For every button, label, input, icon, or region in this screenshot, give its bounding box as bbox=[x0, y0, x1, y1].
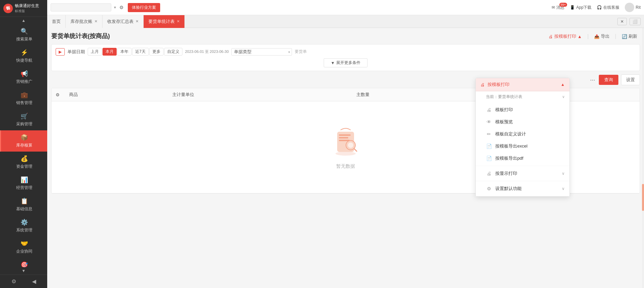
dropdown-item-template-print[interactable]: 🖨 模板打印 bbox=[476, 104, 569, 116]
sidebar-item-purchase[interactable]: 🛒 采购管理 bbox=[0, 109, 47, 130]
dropdown-item-template-design[interactable]: ✏ 模板自定义设计 bbox=[476, 128, 569, 140]
current-label-text: 当前：要货单统计表 bbox=[486, 94, 522, 100]
dropdown-item-export-pdf[interactable]: 📄 按模板导出pdf bbox=[476, 152, 569, 164]
tab-batch-label: 库存批次账 bbox=[70, 19, 92, 25]
operations-icon: 📊 bbox=[21, 176, 28, 184]
print-template-btn[interactable]: 🖨 按模板打印 ▲ bbox=[546, 32, 585, 41]
settings-col-icon[interactable]: ⚙ bbox=[56, 92, 60, 97]
dropdown-close-arrow[interactable]: ▲ bbox=[561, 82, 565, 87]
tab-order-stats[interactable]: 要货单统计表 ✕ bbox=[144, 15, 185, 28]
empty-illustration bbox=[329, 125, 362, 159]
sidebar-item-inventory[interactable]: 📦 库存核算 bbox=[0, 130, 47, 152]
svg-rect-2 bbox=[339, 134, 351, 136]
sidebar-item-label: 资金管理 bbox=[16, 164, 32, 169]
topbar-search-input[interactable] bbox=[51, 3, 111, 11]
date-btn-year[interactable]: 本年 bbox=[117, 48, 131, 56]
expand-more-btn[interactable]: ▼ 展开更多条件 bbox=[324, 58, 368, 67]
sidebar-item-operations[interactable]: 📊 经营管理 bbox=[0, 173, 47, 194]
order-type-select[interactable] bbox=[231, 48, 292, 56]
app-download-label: App下载 bbox=[576, 5, 591, 10]
tab-batch[interactable]: 库存批次账 ✕ bbox=[66, 15, 103, 28]
export-btn[interactable]: 📤 导出 bbox=[591, 32, 612, 41]
current-arrow[interactable]: ∨ bbox=[562, 95, 565, 99]
export-pdf-icon: 📄 bbox=[486, 156, 492, 161]
table-settings-btn[interactable]: 设置 bbox=[621, 74, 640, 85]
date-btn-more[interactable]: 更多 bbox=[149, 48, 164, 56]
date-btn-prev[interactable]: 上月 bbox=[88, 48, 102, 56]
topbar: ▾ ⚙ 体验行业方案 ✉ 消息 99+ 📱 App下载 🎧 在线客服 Rit bbox=[47, 0, 644, 15]
main-content: ▾ ⚙ 体验行业方案 ✉ 消息 99+ 📱 App下载 🎧 在线客服 Rit bbox=[47, 0, 644, 288]
sidebar-item-system[interactable]: ⚙️ 系统管理 bbox=[0, 215, 47, 236]
sound-footer-btn[interactable]: ◀ bbox=[32, 278, 36, 285]
finance-icon: 💰 bbox=[21, 155, 28, 162]
col-quantity: 主数量 bbox=[352, 88, 482, 101]
filter-row: ▶ 单据日期 上月 本月 本年 近7天 更多 自定义 2023-06-01 至 … bbox=[56, 48, 636, 56]
sidebar-nav: 🔍 搜索菜单 ⚡ 快捷导航 📢 营销推广 💼 销售管理 🛒 采购管理 📦 库存核… bbox=[0, 24, 47, 267]
tab-batch-close[interactable]: ✕ bbox=[94, 19, 97, 24]
sidebar-item-label: 营销推广 bbox=[16, 79, 32, 85]
sidebar-scroll-up[interactable]: ▲ bbox=[0, 17, 47, 24]
date-btn-custom[interactable]: 自定义 bbox=[164, 48, 182, 56]
date-btn-7days[interactable]: 近7天 bbox=[132, 48, 149, 56]
expand-tabs-btn[interactable]: ⬜ bbox=[630, 18, 641, 25]
date-btn-curr[interactable]: 本月 bbox=[103, 48, 117, 56]
sidebar-item-newbie[interactable]: 🎯 新手引导 bbox=[0, 258, 47, 267]
page-actions: 🖨 按模板打印 ▲ | 📤 导出 | 🔄 刷新 bbox=[546, 32, 640, 41]
topbar-gear-icon[interactable]: ⚙ bbox=[119, 5, 124, 10]
newbie-icon: 🎯 bbox=[21, 261, 28, 267]
refresh-btn[interactable]: 🔄 刷新 bbox=[619, 32, 640, 41]
print-template-label: 按模板打印 bbox=[554, 33, 576, 39]
sidebar-item-shortcut[interactable]: ⚡ 快捷导航 bbox=[0, 45, 47, 67]
settings-footer-btn[interactable]: ⚙ bbox=[11, 278, 16, 285]
logo-text: 畅康通好生意 标准版 bbox=[15, 3, 39, 13]
tab-receipt-label: 收发存汇总表 bbox=[107, 19, 134, 25]
expand-row: ▼ 展开更多条件 bbox=[56, 58, 636, 67]
filter-expand-btn[interactable]: ▶ bbox=[56, 48, 65, 56]
export-excel-icon: 📄 bbox=[486, 143, 492, 149]
close-all-btn[interactable]: ✕ bbox=[617, 18, 627, 25]
dropdown-item-export-excel[interactable]: 📄 按模板导出excel bbox=[476, 140, 569, 152]
print-icon: 🖨 bbox=[549, 34, 553, 39]
sidebar-scroll-down[interactable]: ▼ bbox=[0, 267, 47, 275]
tabs-actions: ✕ ⬜ bbox=[617, 18, 644, 25]
online-service-btn[interactable]: 🎧 在线客服 bbox=[597, 5, 619, 10]
more-options-btn[interactable]: ··· bbox=[589, 75, 596, 85]
logo-tag: 标准版 bbox=[15, 9, 39, 13]
dropdown-header[interactable]: 🖨 按模板打印 ▲ bbox=[476, 78, 569, 91]
sidebar-item-search[interactable]: 🔍 搜索菜单 bbox=[0, 24, 47, 45]
divider2: | bbox=[615, 33, 616, 39]
messages-btn[interactable]: ✉ 消息 99+ bbox=[552, 5, 564, 10]
app-download-btn[interactable]: 📱 App下载 bbox=[570, 5, 591, 10]
dropdown-display-print[interactable]: 🖨 按显示打印 ∨ bbox=[476, 167, 569, 180]
sidebar-item-sales[interactable]: 💼 销售管理 bbox=[0, 88, 47, 109]
user-area[interactable]: Rit bbox=[625, 3, 641, 12]
svg-line-7 bbox=[354, 149, 357, 151]
dropdown-default-func[interactable]: ⚙ 设置默认功能 ∨ bbox=[476, 183, 569, 195]
basic-icon: 📋 bbox=[21, 197, 28, 205]
sidebar-item-cooperation[interactable]: 🤝 企业协同 bbox=[0, 236, 47, 258]
date-label: 单据日期 bbox=[67, 49, 85, 55]
display-print-left: 🖨 按显示打印 bbox=[486, 170, 517, 177]
topbar-dropdown-arrow[interactable]: ▾ bbox=[114, 5, 116, 10]
sidebar-item-marketing[interactable]: 📢 营销推广 bbox=[0, 67, 47, 88]
date-buttons: 上月 本月 本年 近7天 更多 自定义 bbox=[88, 48, 182, 56]
sidebar-item-basic[interactable]: 📋 基础信息 bbox=[0, 194, 47, 215]
tab-home[interactable]: 首页 bbox=[47, 15, 66, 28]
sidebar-item-finance[interactable]: 💰 资金管理 bbox=[0, 152, 47, 173]
right-scrollbar[interactable] bbox=[642, 28, 644, 288]
username: Rit bbox=[636, 5, 641, 10]
sidebar-logo: 畅 畅康通好生意 标准版 bbox=[0, 0, 47, 17]
default-func-label: 设置默认功能 bbox=[495, 186, 522, 192]
dropdown-item-template-preview[interactable]: 👁 模板预览 bbox=[476, 116, 569, 128]
trial-btn[interactable]: 体验行业方案 bbox=[128, 3, 160, 12]
tab-receipt[interactable]: 收发存汇总表 ✕ bbox=[103, 15, 144, 28]
sidebar-item-label: 销售管理 bbox=[16, 100, 32, 106]
sidebar-item-label: 采购管理 bbox=[16, 121, 32, 127]
tab-receipt-close[interactable]: ✕ bbox=[136, 19, 139, 24]
app-download-icon: 📱 bbox=[570, 5, 575, 10]
print-dropdown: 🖨 按模板打印 ▲ 当前：要货单统计表 ∨ 🖨 模板打印 👁 模板预览 bbox=[475, 78, 570, 197]
export-excel-label: 按模板导出excel bbox=[495, 143, 527, 149]
query-btn[interactable]: 查询 bbox=[599, 75, 618, 85]
tab-order-stats-close[interactable]: ✕ bbox=[177, 19, 180, 24]
template-design-label: 模板自定义设计 bbox=[495, 131, 526, 137]
